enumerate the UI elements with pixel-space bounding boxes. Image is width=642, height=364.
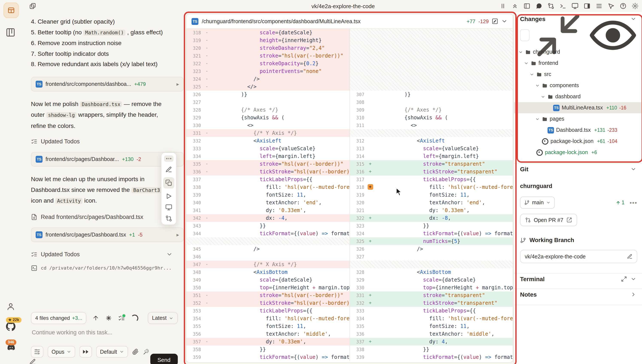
diff-line[interactable]: 354 fill: 'hsl(var(--muted-foreground))'… bbox=[186, 315, 349, 322]
more-options-icon[interactable] bbox=[164, 156, 174, 162]
latest-dropdown[interactable]: Latest bbox=[148, 312, 178, 324]
diff-line[interactable]: 321- stroke="hsl(var(--border))" bbox=[186, 52, 349, 60]
tree-file-MultiLineArea.tsx[interactable]: TSMultiLineArea.tsx+110-16 bbox=[514, 102, 642, 113]
file-change-chip[interactable]: TS frontend/src/components/dashboa... +4… bbox=[31, 76, 184, 91]
file-change-chip[interactable]: TS frontend/src/pages/Dashboard.tsx +1 -… bbox=[31, 227, 184, 242]
tree-file-package-lock.json[interactable]: package-lock.json+6 bbox=[514, 147, 642, 158]
diff-line[interactable]: 345 /> bbox=[186, 245, 349, 253]
open-pr-button[interactable]: Open PR #7 bbox=[520, 214, 577, 226]
diff-line[interactable]: 322- strokeOpacity={0.2} bbox=[186, 60, 349, 68]
attachment-icon[interactable] bbox=[132, 348, 139, 355]
diff-line[interactable]: 326 )} bbox=[186, 90, 349, 98]
tools-icon[interactable] bbox=[143, 348, 149, 355]
pause-icon[interactable] bbox=[499, 2, 506, 10]
todos-status-icon[interactable] bbox=[118, 315, 125, 322]
sparkle-icon[interactable] bbox=[106, 315, 112, 322]
diff-line[interactable]: 356 textAnchor: 'middle', bbox=[186, 330, 349, 338]
diff-line[interactable]: 334 fill: 'hsl(var(--muted-foreground))'… bbox=[349, 315, 513, 322]
read-file-row[interactable]: Read frontend/src/pages/Dashboard.tsx bbox=[31, 214, 173, 220]
working-branch-field[interactable]: vk/4e2a-explore-the-code bbox=[520, 250, 637, 263]
tree-folder-frontend[interactable]: frontend bbox=[514, 58, 642, 69]
diff-line[interactable]: 314 left={margin.left} bbox=[349, 152, 513, 160]
diff-line[interactable]: 324- /> bbox=[186, 75, 349, 83]
chevron-down-icon[interactable] bbox=[166, 251, 173, 257]
diff-line[interactable]: 347- {/* X Axis */} bbox=[186, 260, 349, 268]
diff-line[interactable]: 359 tickFormat={(value) => formatValue(v… bbox=[186, 353, 349, 361]
diff-line[interactable]: 344 tickFormat={(value) => formatValue(v… bbox=[186, 230, 349, 237]
diff-line[interactable]: 316+ tickStroke="transparent" bbox=[349, 168, 513, 176]
diff-line[interactable]: 338 fill: 'hsl(var(--muted-foreground))'… bbox=[186, 183, 349, 191]
chevron-down-icon[interactable] bbox=[501, 18, 508, 24]
expand-icon[interactable] bbox=[621, 276, 627, 282]
monitor-icon[interactable] bbox=[165, 204, 172, 211]
diff-line[interactable]: 350 top={innerHeight + margin.top} bbox=[186, 284, 349, 292]
diff-line[interactable]: 332+ tickStroke="transparent" bbox=[349, 299, 513, 307]
diff-line[interactable]: 323 }} bbox=[349, 222, 513, 230]
chevrons-up-icon[interactable] bbox=[511, 2, 518, 10]
diff-line[interactable]: 351- stroke="hsl(var(--border))" bbox=[186, 292, 349, 299]
diff-line[interactable]: 327 bbox=[349, 253, 513, 260]
message-input[interactable] bbox=[31, 329, 182, 336]
diff-line[interactable]: 337+ dy: 4, bbox=[349, 338, 513, 346]
settings-gear-icon[interactable] bbox=[632, 2, 638, 10]
diff-line[interactable]: 320 textAnchor: 'end', bbox=[349, 199, 513, 206]
monitor-icon[interactable] bbox=[571, 2, 578, 10]
todo-update-row[interactable]: Updated Todos bbox=[31, 138, 173, 145]
git-section-header[interactable]: Git bbox=[514, 166, 642, 172]
add-comment-button[interactable]: + bbox=[367, 184, 373, 190]
tree-folder-src[interactable]: src bbox=[514, 69, 642, 80]
diff-line[interactable]: 307 )} bbox=[349, 90, 513, 98]
diff-line[interactable]: 355 fontSize: 11, bbox=[186, 322, 349, 330]
diff-line[interactable]: 318- scale={dateScale} bbox=[186, 29, 349, 36]
chevron-down-icon[interactable] bbox=[630, 276, 636, 282]
diff-line[interactable]: 339 fontSize: 11, bbox=[186, 191, 349, 199]
diff-line[interactable]: 334 left={margin.left} bbox=[186, 152, 349, 160]
menu-icon[interactable] bbox=[596, 2, 602, 10]
diff-line[interactable]: 331- {/* Y Axis */} bbox=[186, 129, 349, 137]
notes-section-header[interactable]: Notes bbox=[514, 291, 642, 298]
diff-line[interactable]: 333 scale={valueScale} bbox=[186, 145, 349, 152]
diff-line[interactable]: 328 <AxisBottom bbox=[349, 268, 513, 276]
cursor-mode-icon[interactable] bbox=[608, 2, 614, 10]
git-more-options[interactable]: ••• bbox=[630, 199, 637, 206]
search-input[interactable] bbox=[524, 32, 526, 39]
diff-line[interactable]: 335- stroke="hsl(var(--border))" bbox=[186, 160, 349, 168]
diff-line[interactable]: 313 scale={valueScale} bbox=[349, 145, 513, 152]
diff-line[interactable]: 315+ stroke="transparent" bbox=[349, 160, 513, 168]
diff-line[interactable]: 320- strokeDasharray="2,4" bbox=[186, 44, 349, 52]
diff-line[interactable]: 312 <AxisLeft bbox=[349, 137, 513, 145]
sliders-settings-button[interactable] bbox=[31, 346, 43, 358]
diff-line[interactable]: 310 {showAxis && ( bbox=[349, 114, 513, 122]
diff-line[interactable]: 318+ fill: 'hsl(var(--muted-foreground))… bbox=[349, 183, 513, 191]
diff-line[interactable]: 342- dx: -4, bbox=[186, 214, 349, 222]
diff-line[interactable]: 317 tickLabelProps={{ bbox=[349, 176, 513, 183]
fast-forward-button[interactable] bbox=[80, 346, 92, 358]
diff-line[interactable]: 321 dy: '0.33em', bbox=[349, 206, 513, 214]
tree-folder-components[interactable]: components bbox=[514, 80, 642, 91]
panel-left-icon[interactable] bbox=[523, 2, 530, 10]
tree-folder-churnguard[interactable]: churnguard bbox=[514, 46, 642, 58]
diff-line[interactable]: 353 tickLabelProps={{ bbox=[186, 307, 349, 315]
diff-line[interactable]: 335 fontSize: 11, bbox=[349, 322, 513, 330]
diff-line[interactable]: 336- tickStroke="hsl(var(--border))" bbox=[186, 168, 349, 176]
diff-line[interactable]: 325+ numTicks={5} bbox=[349, 237, 513, 245]
kanban-icon[interactable] bbox=[6, 28, 16, 37]
diff-line[interactable]: 311 <> bbox=[349, 122, 513, 129]
diff-line[interactable]: 348 <AxisBottom bbox=[186, 268, 349, 276]
diff-line[interactable]: 358 }} bbox=[186, 346, 349, 353]
terminal-section-header[interactable]: Terminal bbox=[514, 276, 642, 282]
diff-line[interactable]: 319 fontSize: 11, bbox=[349, 191, 513, 199]
edit-icon[interactable] bbox=[165, 166, 172, 173]
chat-bubble-icon[interactable] bbox=[535, 2, 542, 10]
diff-line[interactable]: 323- pointerEvents="none" bbox=[186, 68, 349, 75]
diff-line[interactable]: 357- dy: '0.33em', bbox=[186, 338, 349, 346]
chevron-down-icon[interactable] bbox=[630, 166, 636, 172]
diff-line[interactable]: 340 textAnchor: 'end', bbox=[186, 199, 349, 206]
diff-line[interactable]: 352- tickStroke="hsl(var(--border))" bbox=[186, 299, 349, 307]
diff-line[interactable]: 349 scale={dateScale} bbox=[186, 276, 349, 284]
diff-line[interactable]: 337 tickLabelProps={{ bbox=[186, 176, 349, 183]
tree-file-Dashboard.tsx[interactable]: TSDashboard.tsx+131-233 bbox=[514, 124, 642, 136]
diff-line[interactable]: 309 {/* Axes */} bbox=[349, 106, 513, 114]
diff-line[interactable]: 322+ dx: -8, bbox=[349, 214, 513, 222]
branch-dropdown[interactable]: main bbox=[520, 196, 555, 208]
